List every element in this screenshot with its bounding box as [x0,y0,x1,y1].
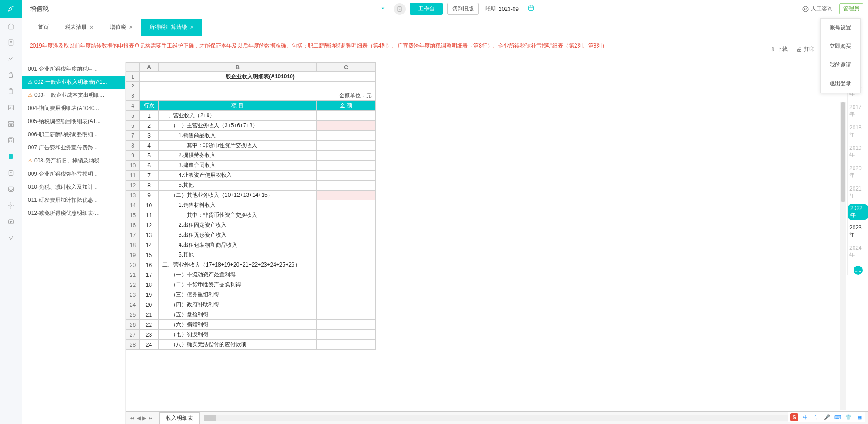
row-number[interactable]: 3 [140,131,159,141]
nav-home-icon[interactable] [0,18,22,34]
ime-skin-icon[interactable]: 👕 [844,413,853,421]
item-cell[interactable]: （五）盘盈利得 [159,310,317,320]
item-cell[interactable]: （一）非流动资产处置利得 [159,270,317,280]
title-dropdown-icon[interactable] [379,5,387,13]
print-button[interactable]: 🖨 打印 [797,45,815,53]
item-cell[interactable]: 其中：非货币性资产交换收入 [159,210,317,220]
amount-cell[interactable] [317,300,376,310]
vertical-scrollbar[interactable] [840,102,846,410]
tab-税表清册[interactable]: 税表清册✕ [57,19,102,36]
ime-keyboard-icon[interactable]: ⌨ [834,413,842,421]
amount-cell[interactable] [317,220,376,230]
row-number[interactable]: 7 [140,171,159,181]
tree-item[interactable]: 004-期间费用明细表(A1040... [22,102,125,115]
amount-cell[interactable] [317,210,376,220]
tab-所得税汇算清缴[interactable]: 所得税汇算清缴✕ [141,19,202,36]
item-cell[interactable]: 5.其他 [159,181,317,191]
period-input[interactable] [499,6,526,12]
nav-calc-icon[interactable] [0,132,22,148]
nav-settings-icon[interactable] [0,197,22,214]
row-number[interactable]: 13 [140,230,159,240]
tree-item[interactable]: 007-广告费和业务宣传费跨... [22,141,125,154]
item-cell[interactable]: 5.其他 [159,250,317,260]
year-option[interactable]: 2024年 [848,243,868,261]
nav-bag-icon[interactable] [0,67,22,83]
amount-cell[interactable] [317,260,376,270]
spreadsheet-grid[interactable]: ABC 1一般企业收入明细表(A101010) 2 3金额单位：元 4行次项 目… [126,62,376,350]
year-option[interactable]: 2021年 [848,183,868,202]
nav-tax-icon[interactable] [0,148,22,165]
amount-cell[interactable] [317,340,376,350]
row-number[interactable]: 19 [140,290,159,300]
row-number[interactable]: 10 [140,200,159,210]
row-number[interactable]: 21 [140,310,159,320]
row-number[interactable]: 4 [140,141,159,151]
admin-button[interactable]: 管理员 [839,3,863,14]
amount-cell[interactable] [317,121,376,131]
item-cell[interactable]: （二）其他业务收入（10+12+13+14+15） [159,191,317,200]
tab-close-icon[interactable]: ✕ [129,24,133,30]
amount-cell[interactable] [317,131,376,141]
row-number[interactable]: 24 [140,340,159,350]
app-logo[interactable] [0,0,22,18]
consult-link[interactable]: 人工咨询 [802,5,833,13]
item-cell[interactable]: 4.让渡资产使用权收入 [159,171,317,181]
row-number[interactable]: 8 [140,181,159,191]
item-cell[interactable]: （二）非货币性资产交换利得 [159,280,317,290]
tree-item[interactable]: 010-免税、减计收入及加计... [22,181,125,194]
ime-grid-icon[interactable]: ▦ [855,413,863,421]
amount-cell[interactable] [317,330,376,340]
calendar-icon[interactable] [528,5,535,13]
nav-export-icon[interactable] [0,165,22,181]
tab-首页[interactable]: 首页 [30,19,57,36]
item-cell[interactable]: （七）罚没利得 [159,330,317,340]
item-cell[interactable]: 1.销售商品收入 [159,131,317,141]
item-cell[interactable]: 3.建造合同收入 [159,161,317,171]
amount-cell[interactable] [317,250,376,260]
year-option[interactable]: 2019年 [848,143,868,161]
ime-s-icon[interactable]: S [790,413,798,421]
ime-mic-icon[interactable]: 🎤 [823,413,831,421]
year-option[interactable]: 2022年 [848,204,868,220]
row-number[interactable]: 5 [140,151,159,161]
item-cell[interactable]: 2.出租固定资产收入 [159,220,317,230]
nav-v-icon[interactable] [0,230,22,246]
download-button[interactable]: ⇩ 下载 [770,45,788,53]
amount-cell[interactable] [317,310,376,320]
row-number[interactable]: 1 [140,111,159,121]
notebook-icon[interactable] [394,3,406,15]
amount-cell[interactable] [317,181,376,191]
row-number[interactable]: 15 [140,250,159,260]
switch-old-button[interactable]: 切到旧版 [447,3,479,15]
year-option[interactable]: 2018年 [848,122,868,141]
col-header-b[interactable]: B [159,63,317,72]
row-number[interactable]: 22 [140,320,159,330]
tab-close-icon[interactable]: ✕ [190,24,194,30]
row-number[interactable]: 20 [140,300,159,310]
col-header-c[interactable]: C [317,63,376,72]
row-number[interactable]: 14 [140,240,159,250]
row-number[interactable]: 16 [140,260,159,270]
user-menu-item[interactable]: 退出登录 [821,74,860,93]
amount-cell[interactable] [317,161,376,171]
nav-template-icon[interactable] [0,116,22,132]
amount-cell[interactable] [317,320,376,330]
workspace-button[interactable]: 工作台 [410,3,443,15]
nav-doc-icon[interactable] [0,34,22,51]
item-cell[interactable]: 其中：非货币性资产交换收入 [159,141,317,151]
row-number[interactable]: 12 [140,220,159,230]
amount-cell[interactable] [317,230,376,240]
tree-item[interactable]: 012-减免所得税优惠明细表(... [22,207,125,220]
amount-cell[interactable] [317,270,376,280]
year-option[interactable]: 2020年 [848,163,868,181]
tree-item[interactable]: ⚠008-资产折旧、摊销及纳税... [22,154,125,167]
tab-close-icon[interactable]: ✕ [90,24,94,30]
year-option[interactable]: 2017年 [848,102,868,120]
amount-cell[interactable] [317,191,376,200]
tree-item[interactable]: 011-研发费用加计扣除优惠... [22,194,125,207]
item-cell[interactable]: 二、营业外收入（17+18+19+20+21+22+23+24+25+26） [159,260,317,270]
item-cell[interactable]: （八）确实无法偿付的应付款项 [159,340,317,350]
sheet-nav-buttons[interactable]: ⏮◀▶⏭ [126,415,157,421]
item-cell[interactable]: （一）主营业务收入（3+5+6+7+8） [159,121,317,131]
item-cell[interactable]: （六）捐赠利得 [159,320,317,330]
